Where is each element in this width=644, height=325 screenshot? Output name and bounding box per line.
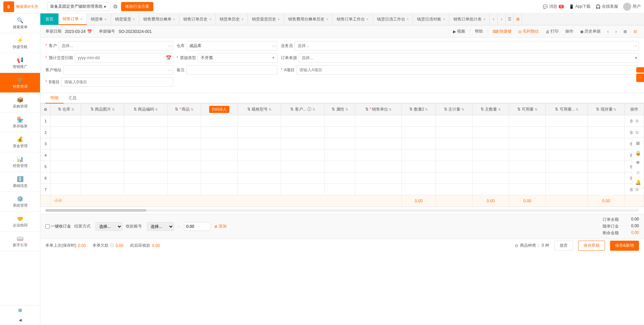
cell-main-unit[interactable] [435,115,472,127]
float-expand-btn[interactable]: ⊞ [634,139,642,147]
tab-close-icon[interactable]: × [209,17,211,21]
cell-current-stock[interactable] [588,184,624,195]
cell-customer-code[interactable] [281,161,325,172]
cell-customer-code[interactable] [281,172,325,184]
tab-sales-return[interactable]: 销货退货 × [111,13,139,25]
cell-main-unit[interactable] [435,150,472,161]
cell-attribute[interactable] [325,161,355,172]
cell-spec[interactable] [238,127,281,138]
cell-product-img[interactable] [81,115,124,127]
tab-next-btn[interactable]: › [498,13,506,25]
tab-menu-btn[interactable]: ☰ [506,13,514,25]
cell-current-stock[interactable] [588,172,624,184]
cell-spec[interactable] [238,172,281,184]
delivery-calendar-btn[interactable]: 📅 [166,55,172,60]
save-draft-btn[interactable]: 保存草稿 [578,241,605,251]
cell-qty2[interactable] [402,127,435,138]
float-star-btn[interactable]: ☆ [634,168,642,176]
cell-product-name[interactable] [167,150,201,161]
address-dots-btn[interactable]: ··· [167,67,172,73]
logistics-side-btn[interactable]: + 物流 [636,74,644,82]
cell-customer-code[interactable] [281,115,325,127]
cell-available[interactable] [509,115,546,127]
th-available[interactable]: ⇅ 可用量 [509,104,546,115]
cell-main-qty[interactable] [472,115,509,127]
float-alert-btn[interactable]: 🔔 [634,178,642,186]
cell-available[interactable] [509,150,546,161]
sidebar-item-search[interactable]: 🔍 搜索菜单 [0,13,40,33]
cell-main-qty[interactable] [472,184,509,195]
tab-close-icon[interactable]: × [80,17,82,21]
cell-unit[interactable] [355,115,402,127]
cell-attribute[interactable] [325,150,355,161]
tab-close-icon[interactable]: × [443,17,445,21]
th-unit[interactable]: ⇅ *销售单位 [355,104,402,115]
cell-warehouse[interactable] [51,127,81,138]
tab-close-icon[interactable]: × [133,17,135,21]
sidebar-item-operations[interactable]: 📊 经营管理 [0,152,40,172]
grid-view-btn[interactable]: ⊞ [621,28,629,35]
cell-warehouse[interactable] [51,172,81,184]
order-source-input[interactable] [299,53,639,63]
cell-main-unit[interactable] [435,172,472,184]
th-product-code[interactable]: ⇅ 商品编码 [124,104,167,115]
copy-icon[interactable]: ⧉ [636,130,639,135]
sidebar-item-inventory[interactable]: 🏪 库存核算 [0,113,40,132]
float-lock-btn[interactable]: 🔒 [634,149,642,157]
cell-product-code[interactable] [124,161,167,172]
float-eye-btn[interactable]: 👁 [634,159,642,167]
form-view-btn[interactable]: ⊟ [632,28,639,35]
cell-product-img[interactable] [81,150,124,161]
cell-customer-code[interactable] [281,184,325,195]
app-download-btn[interactable]: 📱 App下载 [569,4,591,9]
th-attribute[interactable]: ⇅ 属性 [325,104,355,115]
cell-current-stock[interactable] [588,115,624,127]
staff-dots-btn[interactable]: ··· [633,43,637,48]
sidebar-item-finance[interactable]: 💰 资金管理 [0,132,40,152]
tab-close-icon[interactable]: × [278,17,280,21]
save-new-btn[interactable]: 保存&新增 [610,241,639,251]
cell-attribute[interactable] [325,127,355,138]
cell-available[interactable] [509,127,546,138]
tab-daily-workbench[interactable]: 钱货日清工作台 × [373,13,413,25]
cell-qty2[interactable] [402,172,435,184]
one-click-checkbox[interactable]: 一键收订金 [45,224,71,229]
cell-unit[interactable] [355,138,402,150]
prev-record-btn[interactable]: ‹ [605,28,611,35]
cell-main-qty[interactable] [472,172,509,184]
cell-unit[interactable] [355,127,402,138]
cell-product-code[interactable] [124,184,167,195]
settings-icon[interactable]: ⚙ [113,3,118,10]
cell-product-name[interactable] [167,127,201,138]
cell-unit[interactable] [355,184,402,195]
cell-available2[interactable] [546,150,588,161]
cell-main-unit[interactable] [435,127,472,138]
cell-unit[interactable] [355,150,402,161]
add-btn[interactable]: ⊕ 添加 [214,224,227,229]
cell-available[interactable] [509,184,546,195]
tab-sales-receipt[interactable]: 销货单 × [87,13,111,25]
cell-customer-code[interactable] [281,127,325,138]
cell-product-code[interactable] [124,150,167,161]
messages-btn[interactable]: 💬 消息 9 [543,4,564,9]
tab-order-workbench[interactable]: 销售订单工作台 × [333,13,373,25]
cell-product-name[interactable] [167,115,201,127]
discard-btn[interactable]: 放弃 [554,241,573,251]
cell-attribute[interactable] [325,138,355,150]
cell-attribute[interactable] [325,115,355,127]
sidebar-item-guide[interactable]: 📖 新手引导 [0,232,40,251]
dots-icon[interactable]: ··· [177,224,181,229]
cell-warehouse[interactable] [51,184,81,195]
th-settings[interactable]: ⚙ [41,104,51,115]
th-qty2[interactable]: ⇅ 数量2 [402,104,435,115]
cell-qty2[interactable] [402,161,435,172]
sidebar-item-system[interactable]: ⚙️ 系统管理 [0,192,40,212]
cell-current-stock[interactable] [588,150,624,161]
cell-main-qty[interactable] [472,127,509,138]
cell-spec[interactable] [238,184,281,195]
cell-qty2[interactable] [402,115,435,127]
cell-spec[interactable] [238,150,281,161]
address-input[interactable] [63,65,173,75]
cell-current-stock[interactable] [588,161,624,172]
th-product-img[interactable]: ⇅ 商品图片 [81,104,124,115]
